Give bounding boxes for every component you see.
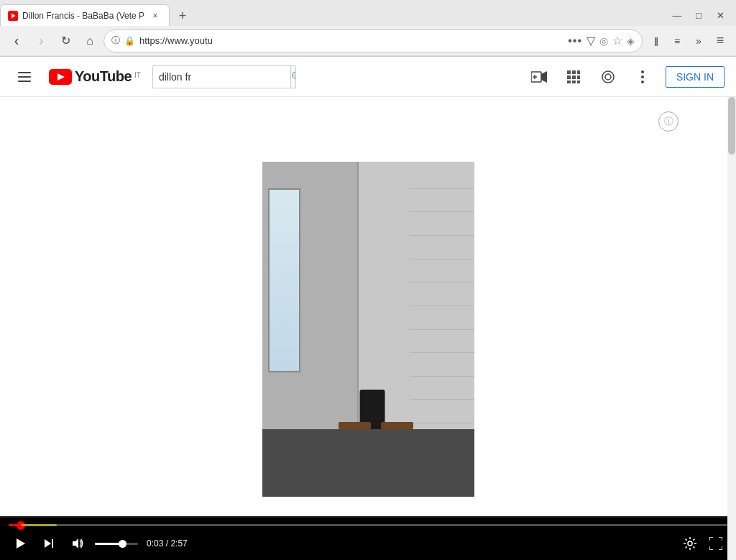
info-icon: ⓘ	[111, 35, 120, 47]
time-display: 0:03 / 2:57	[147, 538, 188, 548]
new-tab-button[interactable]: +	[172, 6, 193, 26]
right-controls	[678, 532, 727, 555]
settings-button[interactable]	[678, 532, 702, 555]
svg-point-16	[605, 74, 611, 80]
settings-icon	[684, 537, 696, 550]
forward-button[interactable]: ›	[30, 30, 52, 52]
home-button[interactable]: ⌂	[79, 30, 101, 52]
messages-button[interactable]	[597, 65, 620, 88]
svg-rect-8	[577, 70, 580, 74]
fullscreen-icon	[709, 537, 722, 550]
progress-track[interactable]	[9, 524, 727, 526]
svg-marker-20	[73, 538, 78, 548]
search-bar[interactable]: 🔍	[152, 65, 296, 88]
volume-handle[interactable]	[119, 540, 126, 548]
volume-fill	[95, 543, 123, 545]
nav-right-icons: ||| ≡ » ≡	[645, 31, 730, 51]
svg-marker-18	[45, 539, 51, 548]
next-button[interactable]	[37, 532, 60, 555]
shelf-item	[381, 422, 413, 429]
search-button[interactable]: 🔍	[290, 65, 296, 88]
total-time: 2:57	[170, 538, 187, 548]
svg-rect-14	[577, 81, 580, 83]
svg-rect-13	[572, 81, 576, 83]
youtube-header: YouTube IT 🔍	[0, 57, 736, 97]
svg-rect-12	[567, 81, 571, 83]
dot-icon	[641, 81, 644, 83]
hamburger-icon	[18, 76, 31, 78]
svg-point-21	[688, 541, 692, 546]
search-input[interactable]	[153, 71, 290, 83]
tab-close-button[interactable]: ×	[149, 9, 162, 22]
reload-button[interactable]: ↻	[55, 30, 76, 52]
current-time: 0:03	[147, 538, 163, 548]
minimize-button[interactable]: —	[667, 7, 687, 23]
dot-icon	[641, 75, 644, 78]
volume-button[interactable]	[66, 532, 89, 555]
fullscreen-button[interactable]	[704, 532, 727, 555]
scrollbar-thumb[interactable]	[728, 97, 735, 155]
progress-fill	[9, 524, 21, 526]
info-button[interactable]: ⓘ	[658, 111, 678, 132]
back-button[interactable]: ‹	[6, 30, 27, 52]
menu-button[interactable]: ≡	[710, 31, 730, 51]
chat-icon	[601, 70, 615, 84]
svg-rect-11	[577, 75, 580, 79]
progress-bar[interactable]	[9, 516, 727, 531]
main-content: ⓘ	[0, 97, 736, 560]
controls-row: 0:03 / 2:57	[9, 532, 727, 555]
tab-favicon	[8, 11, 18, 21]
nav-bar: ‹ › ↻ ⌂ ⓘ 🔒 https://www.youtu ••• ▽ ◎ ☆ …	[0, 26, 736, 56]
svg-rect-7	[572, 70, 576, 74]
hamburger-icon	[18, 81, 31, 82]
play-button[interactable]	[9, 532, 32, 555]
more-options-button[interactable]	[631, 65, 654, 88]
extensions-button[interactable]: »	[689, 31, 709, 51]
play-icon	[14, 538, 26, 549]
library-button[interactable]: |||	[645, 31, 666, 51]
maximize-button[interactable]: □	[689, 7, 709, 23]
search-icon: 🔍	[291, 71, 296, 83]
skip-next-icon	[43, 538, 55, 549]
window-controls: — □ ✕	[667, 7, 736, 26]
close-button[interactable]: ✕	[710, 7, 730, 23]
youtube-country-code: IT	[134, 71, 141, 79]
svg-marker-17	[17, 538, 25, 548]
tab-bar: Dillon Francis - BaBaBa (Vete P × + — □ …	[0, 0, 736, 26]
grid-icon	[567, 70, 580, 83]
video-thumbnail	[262, 162, 474, 497]
play-triangle-icon	[58, 73, 65, 81]
tab-title: Dillon Francis - BaBaBa (Vete P	[22, 11, 144, 21]
url-display: https://www.youtu	[139, 35, 564, 46]
hamburger-icon	[18, 72, 31, 73]
video-player[interactable]: ⓘ	[0, 97, 736, 560]
video-frame	[262, 162, 474, 497]
sign-in-button[interactable]: SIGN IN	[666, 66, 724, 88]
svg-marker-3	[541, 71, 547, 83]
hamburger-menu-button[interactable]	[12, 64, 37, 90]
svg-rect-19	[52, 539, 53, 548]
shelf-item	[339, 422, 371, 429]
reader-button[interactable]: ≡	[667, 31, 687, 51]
apps-button[interactable]	[562, 65, 585, 88]
upload-button[interactable]	[528, 65, 551, 88]
scrollbar[interactable]	[727, 97, 736, 560]
youtube-logo[interactable]: YouTube IT	[49, 68, 141, 85]
volume-icon	[71, 538, 84, 549]
rss-icon[interactable]: ◈	[627, 35, 635, 47]
dot-icon	[641, 70, 644, 73]
buffered-fill	[21, 524, 57, 526]
svg-rect-6	[567, 70, 571, 74]
bookmark-icon[interactable]: ☆	[612, 34, 622, 47]
volume-slider[interactable]	[95, 543, 138, 545]
shield-icon[interactable]: ◎	[599, 35, 608, 47]
url-options-button[interactable]: •••	[568, 35, 582, 47]
video-controls: 0:03 / 2:57	[0, 516, 736, 560]
lock-icon: 🔒	[124, 36, 135, 46]
pocket-icon[interactable]: ▽	[586, 34, 595, 47]
svg-rect-10	[572, 75, 576, 79]
active-tab[interactable]: Dillon Francis - BaBaBa (Vete P ×	[0, 4, 170, 26]
svg-rect-9	[567, 75, 571, 79]
address-bar[interactable]: ⓘ 🔒 https://www.youtu ••• ▽ ◎ ☆ ◈	[104, 29, 643, 52]
youtube-wordmark: YouTube	[75, 68, 132, 85]
